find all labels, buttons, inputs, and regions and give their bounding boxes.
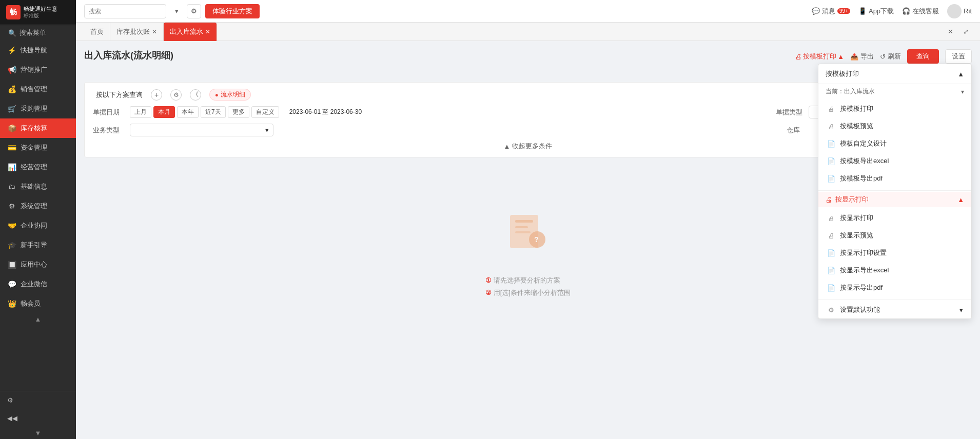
display-print-settings-label: 按显示打印设置 (840, 248, 887, 257)
sidebar-item-app-center[interactable]: 🔲应用中心 (0, 255, 76, 274)
display-excel-label: 按显示导出excel (840, 266, 889, 275)
dropdown-template-preview[interactable]: 🖨 按模板预览 (818, 117, 971, 135)
display-print-label: 按显示打印 (840, 213, 873, 223)
nav-icon-marketing: 📢 (7, 65, 16, 74)
sidebar-collapse[interactable]: ◀◀ (0, 409, 76, 427)
sidebar-item-operation[interactable]: 📊经营管理 (0, 157, 76, 177)
template-preview-label: 按模板预览 (840, 122, 873, 131)
topbar-settings-btn[interactable]: ⚙ (187, 4, 201, 18)
dropdown-display-excel[interactable]: 📄 按显示导出excel (818, 262, 971, 279)
home-tab-label: 首页 (90, 27, 104, 36)
date-btn-this-month[interactable]: 本月 (153, 106, 175, 118)
user-menu[interactable]: Rit (947, 4, 972, 18)
sidebar-item-cooperation[interactable]: 🤝企业协同 (0, 216, 76, 235)
date-btn-custom[interactable]: 自定义 (251, 106, 279, 118)
customer-service-btn[interactable]: 🎧 在线客服 (902, 7, 939, 16)
empty-tip-1: 请先选择要分析的方案 (485, 276, 571, 285)
nav-label-guide: 新手引导 (21, 241, 47, 250)
display-section-chevron: ▲ (957, 196, 964, 204)
query-btn[interactable]: 查询 (907, 49, 939, 64)
sidebar-settings[interactable]: ⚙ (0, 391, 76, 409)
date-btn-last-month[interactable]: 上月 (130, 106, 151, 118)
export-label: 导出 (860, 52, 874, 61)
sidebar-item-basic[interactable]: 🗂基础信息 (0, 177, 76, 196)
doc-icon-2: 📄 (827, 248, 836, 257)
sidebar-item-quick-nav[interactable]: ⚡快捷导航 (0, 41, 76, 60)
industry-solution-btn[interactable]: 体验行业方案 (205, 4, 260, 18)
sidebar-item-system[interactable]: ⚙系统管理 (0, 196, 76, 216)
sidebar-item-sales[interactable]: 💰销售管理 (0, 79, 76, 99)
sidebar-bottom: ⚙ ◀◀ (0, 391, 76, 427)
template-print-item-label: 按模板打印 (840, 104, 873, 113)
dropdown-title: 按模板打印 (826, 69, 859, 78)
biz-select[interactable]: ▾ (130, 124, 273, 136)
logo-icon: 畅 (6, 5, 21, 19)
tab-batch-account[interactable]: 库存批次账 ✕ (110, 23, 164, 41)
nav-label-app-center: 应用中心 (21, 260, 47, 269)
template-print-label: 按模板打印 (803, 52, 836, 61)
dropdown-divider-2 (818, 300, 971, 300)
tab-inout-flow[interactable]: 出入库流水 ✕ (164, 23, 217, 41)
svg-rect-1 (515, 220, 533, 223)
sidebar-item-wechat[interactable]: 💬企业微信 (0, 274, 76, 294)
template-print-dropdown-btn[interactable]: 🖨 按模板打印 ▲ (795, 52, 844, 61)
filter-settings-btn[interactable]: ⚙ (170, 89, 182, 101)
dropdown-header: 按模板打印 ▲ (818, 64, 971, 84)
search-icon: 🔍 (8, 29, 16, 37)
date-btn-7days[interactable]: 近7天 (201, 106, 226, 118)
dropdown-divider (818, 190, 971, 191)
nav-icon-inventory: 📦 (7, 124, 16, 133)
topbar-search-input[interactable] (84, 4, 166, 18)
sidebar-item-member[interactable]: 👑畅会员 (0, 294, 76, 313)
filter-collapse-btn[interactable]: 《 (190, 89, 201, 101)
topbar-search-dropdown[interactable]: ▾ (170, 5, 183, 17)
sidebar-item-guide[interactable]: 🎓新手引导 (0, 235, 76, 255)
dropdown-display-preview[interactable]: 🖨 按显示预览 (818, 227, 971, 244)
dropdown-default-settings[interactable]: ⚙ 设置默认功能 ▾ (818, 301, 971, 318)
action-bar: 🖨 按模板打印 ▲ 📤 导出 ↺ 刷新 查询 设置 (795, 49, 972, 64)
sidebar-item-finance[interactable]: 💳资金管理 (0, 138, 76, 157)
pdf-icon-1: 📄 (827, 174, 836, 183)
dropdown-display-pdf[interactable]: 📄 按显示导出pdf (818, 279, 971, 296)
warehouse-label: 仓库 (787, 126, 815, 135)
tab-maximize[interactable]: ⤢ (959, 26, 972, 38)
app-download-btn[interactable]: 📱 App下载 (858, 7, 894, 16)
refresh-btn[interactable]: ↺ 刷新 (880, 52, 901, 61)
dropdown-display-print-settings[interactable]: 📄 按显示打印设置 (818, 244, 971, 262)
sidebar-item-marketing[interactable]: 📢营销推广 (0, 60, 76, 79)
dropdown-template-pdf[interactable]: 📄 按模板导出pdf (818, 170, 971, 187)
inout-flow-tab-close[interactable]: ✕ (205, 28, 210, 35)
nav-label-purchase: 采购管理 (21, 104, 47, 113)
add-filter-btn[interactable]: + (151, 89, 162, 101)
settings-btn[interactable]: 设置 (945, 49, 972, 64)
dropdown-template-excel[interactable]: 📄 按模板导出excel (818, 152, 971, 170)
sidebar-item-inventory[interactable]: 📦库存核算 (0, 118, 76, 138)
date-buttons: 上月 本月 本年 近7天 更多 自定义 (130, 106, 279, 118)
customer-service-label: 在线客服 (912, 7, 939, 16)
filter-tag[interactable]: ● 流水明细 (209, 89, 251, 101)
tab-close-all[interactable]: ✕ (944, 26, 956, 38)
batch-account-tab-close[interactable]: ✕ (152, 28, 157, 35)
notifications-btn[interactable]: 💬 消息 99+ (812, 7, 850, 16)
inout-flow-tab-label: 出入库流水 (170, 27, 203, 36)
notifications-badge: 99+ (837, 8, 850, 14)
sidebar-item-purchase[interactable]: 🛒采购管理 (0, 99, 76, 118)
nav-label-system: 系统管理 (21, 202, 47, 211)
tab-home[interactable]: 首页 (84, 23, 110, 41)
dropdown-display-print[interactable]: 🖨 按显示打印 (818, 209, 971, 227)
chevron-up-icon: ▲ (837, 53, 844, 61)
default-settings-label: 设置默认功能 (840, 305, 880, 314)
export-btn[interactable]: 📤 导出 (850, 52, 874, 61)
topbar: ▾ ⚙ 体验行业方案 💬 消息 99+ 📱 App下载 🎧 在线客服 Rit (76, 0, 980, 23)
logo-badge: 标准版 (24, 12, 57, 19)
sidebar-scroll-down[interactable]: ▼ (0, 427, 76, 439)
sidebar-scroll-up[interactable]: ▲ (0, 313, 76, 325)
date-btn-this-year[interactable]: 本年 (177, 106, 199, 118)
tabs-right-actions: ✕ ⤢ (944, 26, 972, 38)
template-excel-label: 按模板导出excel (840, 156, 889, 166)
sidebar-search[interactable]: 🔍 搜索菜单 (0, 25, 76, 41)
display-section-header[interactable]: 🖨 按显示打印 ▲ (818, 192, 971, 207)
dropdown-template-print[interactable]: 🖨 按模板打印 (818, 100, 971, 117)
date-btn-more[interactable]: 更多 (228, 106, 249, 118)
dropdown-template-custom[interactable]: 📄 模板自定义设计 (818, 135, 971, 152)
